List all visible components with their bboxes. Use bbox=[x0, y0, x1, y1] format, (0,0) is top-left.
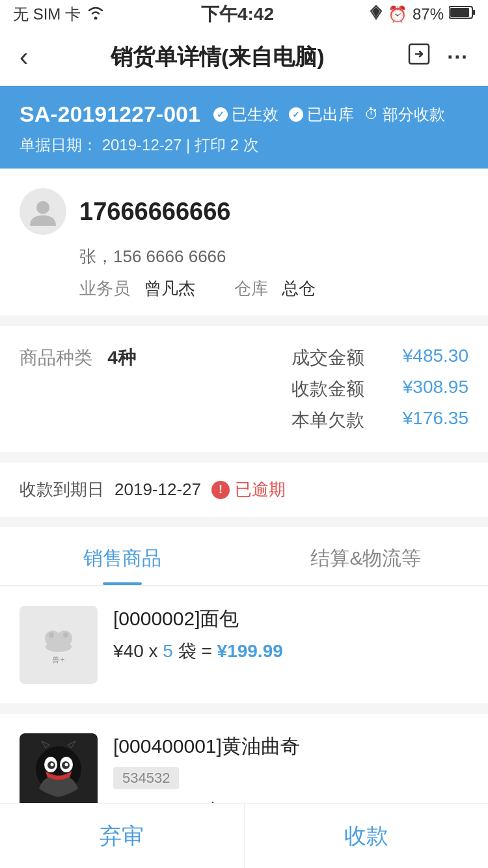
svg-point-11 bbox=[63, 632, 68, 638]
product-name-2: [000400001]黄油曲奇 bbox=[113, 733, 468, 760]
collect-button[interactable]: 收款 bbox=[245, 804, 489, 868]
svg-text:兽+: 兽+ bbox=[52, 655, 64, 664]
tab-underline bbox=[103, 582, 142, 585]
battery-text: 87% bbox=[413, 5, 444, 23]
customer-phone: 17666666666 bbox=[79, 198, 230, 226]
owed-row: 本单欠款 ¥176.35 bbox=[291, 408, 468, 433]
location-icon bbox=[370, 5, 383, 24]
order-id: SA-20191227-001 bbox=[20, 102, 200, 127]
product-price-1: ¥40 x 5 袋 = ¥199.99 bbox=[113, 639, 468, 664]
alarm-icon: ⏰ bbox=[388, 5, 407, 23]
customer-meta: 业务员 曾凡杰 仓库 总仓 bbox=[20, 277, 468, 300]
category-label: 商品种类 4种 bbox=[20, 346, 136, 370]
status-effective: ✓ 已生效 bbox=[213, 104, 278, 125]
status-time: 下午4:42 bbox=[201, 2, 274, 27]
sales-rep: 业务员 曾凡杰 bbox=[79, 277, 195, 300]
product-sku-2: 534532 bbox=[113, 767, 179, 789]
overdue-icon: ! bbox=[211, 481, 230, 499]
product-name-1: [0000002]面包 bbox=[113, 606, 468, 632]
outbound-icon: ✓ bbox=[289, 107, 303, 122]
overdue-badge: ! 已逾期 bbox=[211, 478, 286, 501]
tabs-row: 销售商品 结算&物流等 bbox=[0, 527, 488, 585]
svg-point-9 bbox=[46, 642, 72, 652]
status-tags: ✓ 已生效 ✓ 已出库 ⏱ 部分收款 bbox=[213, 104, 445, 125]
svg-rect-2 bbox=[450, 8, 469, 17]
avatar bbox=[20, 188, 66, 235]
customer-top: 17666666666 bbox=[20, 188, 468, 235]
product-thumbnail-2: assword Whole bbox=[20, 733, 98, 811]
tab-settlement[interactable]: 结算&物流等 bbox=[244, 527, 488, 585]
more-icon[interactable]: ··· bbox=[447, 45, 468, 69]
battery-icon bbox=[449, 5, 475, 23]
page-title: 销货单详情(来自电脑) bbox=[111, 42, 325, 72]
effective-icon: ✓ bbox=[213, 107, 228, 122]
clock-icon: ⏱ bbox=[364, 106, 379, 123]
nav-actions: ··· bbox=[407, 42, 468, 72]
warehouse: 仓库 总仓 bbox=[234, 277, 316, 300]
status-outbound: ✓ 已出库 bbox=[289, 104, 354, 125]
banner-date: 单据日期： 2019-12-27 | 打印 2 次 bbox=[20, 135, 468, 156]
share-icon[interactable] bbox=[407, 42, 431, 72]
stats-right: 成交金额 ¥485.30 收款金额 ¥308.95 本单欠款 ¥176.35 bbox=[291, 346, 468, 433]
status-partial: ⏱ 部分收款 bbox=[364, 104, 445, 125]
tab-sales[interactable]: 销售商品 bbox=[0, 527, 244, 585]
svg-point-0 bbox=[94, 17, 98, 20]
status-left: 无 SIM 卡 bbox=[13, 4, 105, 25]
amount-row: 成交金额 ¥485.30 bbox=[291, 346, 468, 370]
back-button[interactable]: ‹ bbox=[20, 42, 28, 72]
stats-left: 商品种类 4种 bbox=[20, 346, 136, 433]
header-banner: SA-20191227-001 ✓ 已生效 ✓ 已出库 ⏱ 部分收款 单据日期：… bbox=[0, 86, 488, 169]
svg-point-20 bbox=[65, 763, 68, 766]
status-bar: 无 SIM 卡 下午4:42 ⏰ 87% bbox=[0, 0, 488, 29]
stats-section: 商品种类 4种 成交金额 ¥485.30 收款金额 ¥308.95 本单欠款 ¥… bbox=[0, 326, 488, 452]
nav-bar: ‹ 销货单详情(来自电脑) ··· bbox=[0, 29, 488, 86]
table-row: 兽+ [0000002]面包 ¥40 x 5 袋 = ¥199.99 bbox=[0, 586, 488, 703]
customer-section: 17666666666 张，156 6666 6666 业务员 曾凡杰 仓库 总… bbox=[0, 169, 488, 316]
reject-button[interactable]: 弃审 bbox=[0, 804, 245, 868]
svg-rect-3 bbox=[473, 10, 475, 15]
collected-row: 收款金额 ¥308.95 bbox=[291, 377, 468, 401]
tabs-section: 销售商品 结算&物流等 bbox=[0, 527, 488, 586]
svg-point-19 bbox=[51, 763, 54, 766]
due-section: 收款到期日 2019-12-27 ! 已逾期 bbox=[0, 463, 488, 517]
svg-point-10 bbox=[49, 632, 54, 638]
product-thumbnail-1: 兽+ bbox=[20, 606, 98, 684]
svg-point-5 bbox=[36, 201, 49, 214]
wifi-icon bbox=[86, 5, 105, 23]
customer-name: 张，156 6666 6666 bbox=[20, 245, 468, 268]
product-details-1: [0000002]面包 ¥40 x 5 袋 = ¥199.99 bbox=[113, 606, 468, 664]
bottom-bar: 弃审 收款 bbox=[0, 803, 488, 868]
status-right: ⏰ 87% bbox=[370, 5, 475, 24]
sim-status: 无 SIM 卡 bbox=[13, 4, 81, 25]
